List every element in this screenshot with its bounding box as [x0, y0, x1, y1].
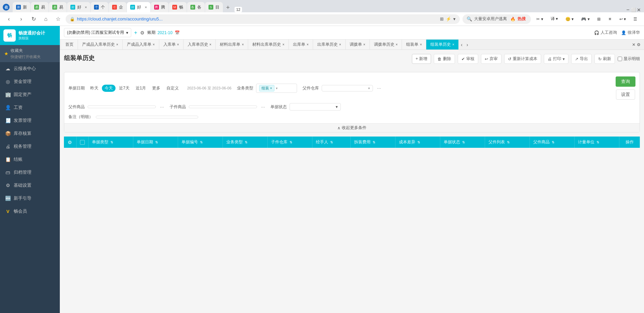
- browser-tab-9[interactable]: M 畅: [169, 2, 187, 12]
- history-tool[interactable]: ↩ ▾: [617, 15, 629, 23]
- remarks-input[interactable]: [96, 116, 198, 118]
- close-tab-mat-out[interactable]: ×: [242, 43, 244, 46]
- window-minimize[interactable]: −: [626, 8, 630, 12]
- address-down-icon[interactable]: ▾: [453, 16, 456, 22]
- col-handler[interactable]: 经手人 ⇅: [312, 137, 350, 148]
- browser-tab-6[interactable]: C 企: [109, 2, 126, 12]
- address-grid-icon[interactable]: ⊞: [440, 16, 444, 22]
- sidebar-item-fund[interactable]: ◎ 资金管理: [0, 75, 60, 88]
- browser-tab-2[interactable]: 易 易: [31, 2, 49, 12]
- date-tab-1month[interactable]: 近1月: [133, 85, 149, 92]
- page-tab-produce-in-hist[interactable]: 产成品入库单历史 ×: [78, 40, 123, 49]
- sidebar-item-settle[interactable]: 📋 结账: [0, 153, 60, 166]
- browser-tab-7[interactable]: 好 好 ×: [127, 2, 150, 12]
- close-tab-produce-in-hist[interactable]: ×: [116, 43, 118, 46]
- page-tab-out-order[interactable]: 出库单 ×: [289, 40, 313, 49]
- col-order-no[interactable]: 单据编号 ⇅: [178, 137, 223, 148]
- date-tab-custom[interactable]: 自定义: [164, 85, 182, 92]
- col-order-date[interactable]: 单据日期 ⇅: [133, 137, 178, 148]
- close-tab-out-hist[interactable]: ×: [339, 43, 341, 46]
- home-button[interactable]: ⌂: [41, 14, 51, 24]
- browser-tab-1[interactable]: 新 新: [13, 2, 30, 12]
- table-settings-icon[interactable]: ⚙: [68, 140, 72, 145]
- sun-tool[interactable]: ☀: [605, 15, 615, 23]
- parent-goods-more-btn[interactable]: ···: [160, 104, 164, 110]
- page-tab-mat-out-hist[interactable]: 材料出库单历史 ×: [248, 40, 289, 49]
- sidebar-item-member[interactable]: V 畅会员: [0, 205, 60, 218]
- close-tab-mat-out-hist[interactable]: ×: [282, 43, 284, 46]
- favorites-section[interactable]: ★ 收藏夹 快捷键打开收藏夹: [0, 45, 60, 62]
- add-company-btn[interactable]: +: [134, 30, 137, 36]
- order-status-select[interactable]: ▾: [290, 103, 341, 111]
- new-button[interactable]: + 新增: [412, 54, 431, 64]
- date-tab-7days[interactable]: 近7天: [116, 85, 132, 92]
- col-order-type[interactable]: 单据类型 ⇅: [88, 137, 133, 148]
- col-disassemble-fee[interactable]: 拆装费用 ⇅: [350, 137, 395, 148]
- refresh-button[interactable]: ↻ 刷新: [594, 54, 615, 64]
- sidebar-item-stock[interactable]: 📦 库存核算: [0, 127, 60, 140]
- emoji-tool[interactable]: 😊 ▾: [563, 15, 576, 23]
- col-parent-list[interactable]: 父件列表 ⇅: [485, 137, 529, 148]
- set-button[interactable]: 设置: [616, 89, 635, 100]
- browser-tab-3[interactable]: 易 易: [49, 2, 67, 12]
- tab-next-btn[interactable]: ›: [465, 42, 470, 47]
- sidebar-item-invoice[interactable]: 🧾 发票管理: [0, 114, 60, 127]
- page-tab-assemble-hist[interactable]: 组装单历史 ×: [426, 40, 459, 49]
- show-detail-checkbox[interactable]: [618, 57, 622, 61]
- bookmark-button[interactable]: ☆: [53, 14, 63, 24]
- sidebar-item-guide[interactable]: 🆕 新手引导: [0, 192, 60, 205]
- sidebar-item-cloud-report[interactable]: ☁ 云报表中心: [0, 62, 60, 75]
- biz-type-input[interactable]: 组装 × ▾: [256, 84, 297, 93]
- company-selector[interactable]: (勿删勿禁用) 江西服宝测试专用 ▾: [64, 28, 131, 37]
- back-button[interactable]: ‹: [4, 14, 14, 24]
- cut-tool[interactable]: ✂ ▾: [534, 15, 546, 23]
- page-tab-out-hist[interactable]: 出库单历史 ×: [313, 40, 346, 49]
- page-tab-mat-out[interactable]: 材料出库单 ×: [216, 40, 248, 49]
- settings-btn[interactable]: ⚙: [140, 30, 145, 35]
- col-order-status[interactable]: 单据状态 ⇅: [440, 137, 485, 148]
- browser-tab-4[interactable]: 好 好 ×: [67, 2, 90, 12]
- col-biz-type[interactable]: 业务类型 ⇅: [223, 137, 267, 148]
- show-detail-checkbox-area[interactable]: 显示明细: [618, 56, 640, 62]
- child-goods-input[interactable]: [189, 105, 257, 108]
- layout-tool[interactable]: ⊞: [594, 15, 603, 23]
- page-tab-in-hist[interactable]: 入库单历史 ×: [184, 40, 216, 49]
- close-tab-assemble[interactable]: ×: [420, 43, 422, 46]
- tab-close-all[interactable]: ✕ ⚙: [630, 42, 643, 47]
- sidebar-item-basic-settings[interactable]: ⚙ 基础设置: [0, 179, 60, 192]
- date-tab-more[interactable]: 更多: [149, 85, 163, 92]
- parent-warehouse-input[interactable]: ▾: [322, 85, 373, 91]
- delete-button[interactable]: 🗑 删除: [434, 54, 455, 64]
- tab-add-button[interactable]: +: [223, 3, 233, 12]
- close-tab-in-hist[interactable]: ×: [210, 43, 212, 46]
- sidebar-item-fixed-assets[interactable]: 🏢 固定资产: [0, 88, 60, 101]
- close-tab-out-order[interactable]: ×: [307, 43, 309, 46]
- close-tab-in-order[interactable]: ×: [177, 43, 179, 46]
- parent-goods-input[interactable]: [88, 105, 156, 108]
- col-settings[interactable]: ⚙: [64, 137, 76, 148]
- search-bar[interactable]: 🔍 大量安卓用户逃离 🔥 热搜: [462, 14, 531, 24]
- collapse-button[interactable]: ∧ 收起更多条件: [64, 123, 640, 132]
- col-cost-diff[interactable]: 成本差异 ⇅: [395, 137, 440, 148]
- page-tab-tiaopan-hist[interactable]: 调拨单历史 ×: [370, 40, 402, 49]
- col-child-warehouse[interactable]: 子件仓库 ⇅: [267, 137, 312, 148]
- translate-tool[interactable]: 译 ▾: [548, 15, 561, 23]
- close-tab-assemble-hist[interactable]: ×: [452, 43, 454, 46]
- select-all-checkbox[interactable]: [80, 140, 85, 145]
- biz-type-dropdown-icon[interactable]: ▾: [276, 86, 278, 90]
- print-button[interactable]: 🖨 打印 ▾: [544, 54, 568, 64]
- export-button[interactable]: ↗ 导出: [571, 54, 592, 64]
- close-tab-produce-in[interactable]: ×: [153, 43, 155, 46]
- forward-button[interactable]: ›: [16, 14, 26, 24]
- query-button[interactable]: 查询: [616, 76, 635, 87]
- user-button[interactable]: 👤 徐泽华: [621, 30, 640, 35]
- audit-button[interactable]: ✔ 审核: [458, 54, 478, 64]
- col-parent-goods[interactable]: 父件商品 ⇅: [529, 137, 574, 148]
- address-bar[interactable]: 🔒 https://cloud.chanjet.com/accounting/u…: [66, 14, 460, 24]
- browser-tab-5[interactable]: 个 个: [91, 2, 108, 12]
- service-button[interactable]: 🎧 人工咨询: [594, 30, 617, 35]
- reload-button[interactable]: ↻: [29, 14, 38, 24]
- sidebar-item-tax[interactable]: 🖨 税务管理: [0, 140, 60, 153]
- tab-prev-btn[interactable]: ‹: [459, 42, 465, 47]
- page-tab-assemble[interactable]: 组装单 ×: [402, 40, 426, 49]
